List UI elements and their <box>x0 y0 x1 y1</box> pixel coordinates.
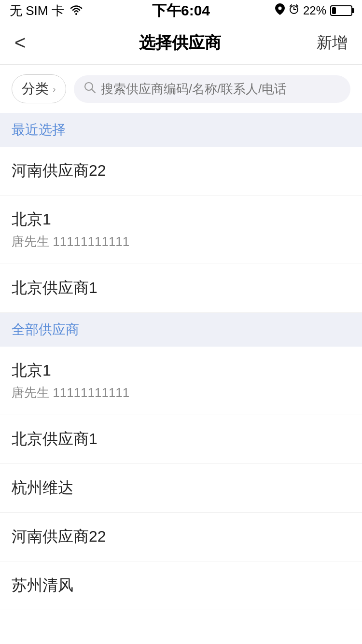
item-name: 北京1 <box>12 360 350 381</box>
search-input-wrap[interactable] <box>74 75 350 103</box>
list-item[interactable]: 杭州维达 <box>0 464 362 513</box>
category-label: 分类 <box>22 80 49 98</box>
list-item[interactable]: 北京供应商1 <box>0 264 362 313</box>
sim-text: 无 SIM 卡 <box>10 2 64 19</box>
item-sub: 唐先生 11111111111 <box>12 384 350 401</box>
item-name: 北京供应商1 <box>12 429 350 450</box>
item-name: 北京供应商1 <box>12 278 350 299</box>
list-item[interactable]: 北京1唐先生 11111111111 <box>0 196 362 264</box>
svg-point-0 <box>278 7 281 10</box>
search-bar: 分类 › <box>0 65 362 113</box>
battery-percent: 22% <box>303 4 326 17</box>
all-section-label: 全部供应商 <box>12 322 79 337</box>
item-name: 河南供应商22 <box>12 160 350 182</box>
svg-line-7 <box>92 89 95 93</box>
location-icon <box>275 3 285 18</box>
back-button[interactable]: < <box>14 32 43 54</box>
svg-line-4 <box>290 5 292 6</box>
chevron-right-icon: › <box>53 84 56 95</box>
list-item[interactable]: 北京供应商1 <box>0 415 362 464</box>
item-sub: 唐先生 11111111111 <box>12 233 350 250</box>
wifi-icon <box>69 3 84 18</box>
recent-section-label: 最近选择 <box>12 122 66 137</box>
item-name: 河南供应商22 <box>12 526 350 547</box>
category-button[interactable]: 分类 › <box>12 74 66 103</box>
svg-line-5 <box>296 5 298 6</box>
item-name: 北京1 <box>12 209 350 230</box>
item-name: 杭州维达 <box>12 477 350 499</box>
list-item[interactable]: 河南供应商22 <box>0 513 362 561</box>
page-title: 选择供应商 <box>139 32 221 54</box>
nav-bar: < 选择供应商 新增 <box>0 21 362 65</box>
alarm-icon <box>289 4 299 17</box>
status-left: 无 SIM 卡 <box>10 2 84 19</box>
recent-section-header: 最近选择 <box>0 113 362 147</box>
item-name: 苏州清风 <box>12 575 350 596</box>
search-input[interactable] <box>101 82 341 97</box>
all-items-list: 北京1唐先生 11111111111北京供应商1杭州维达河南供应商22苏州清风 <box>0 347 362 610</box>
list-item[interactable]: 河南供应商22 <box>0 147 362 196</box>
status-bar: 无 SIM 卡 下午6:04 22% <box>0 0 362 21</box>
list-item[interactable]: 北京1唐先生 11111111111 <box>0 347 362 415</box>
status-right: 22% <box>275 3 352 18</box>
battery-icon <box>330 5 352 16</box>
recent-items-list: 河南供应商22北京1唐先生 11111111111北京供应商1 <box>0 147 362 313</box>
search-icon <box>84 81 96 97</box>
status-time: 下午6:04 <box>152 1 210 21</box>
all-section-header: 全部供应商 <box>0 313 362 347</box>
add-button[interactable]: 新增 <box>317 32 348 54</box>
list-item[interactable]: 苏州清风 <box>0 561 362 610</box>
